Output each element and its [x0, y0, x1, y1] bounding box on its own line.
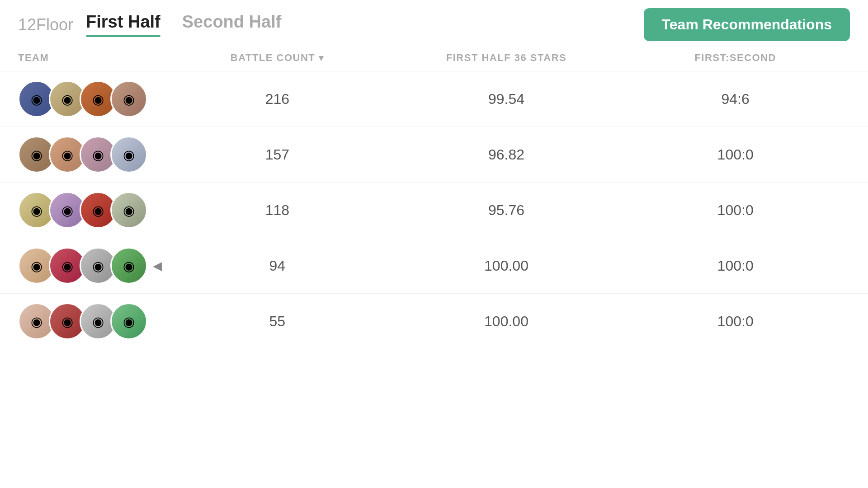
team-avatars: ◉◉◉◉	[18, 136, 163, 173]
table-row[interactable]: ◉◉◉◉11895.76100:0	[0, 183, 868, 238]
battle-count-value: 216	[163, 91, 392, 108]
tab-group: First Half Second Half	[86, 12, 281, 37]
header-left: 12Floor First Half Second Half	[18, 12, 281, 37]
first-second-ratio-value: 100:0	[621, 202, 850, 219]
team-avatars: ◉◉◉◉	[18, 80, 163, 117]
team-recommendations-button[interactable]: Team Recommendations	[644, 8, 850, 41]
battle-count-value: 157	[163, 146, 392, 163]
first-half-stars-value: 95.76	[392, 202, 621, 219]
first-second-ratio-value: 94:6	[621, 91, 850, 108]
first-second-ratio-value: 100:0	[621, 146, 850, 163]
floor-label: 12Floor	[18, 15, 73, 34]
play-indicator: ◀	[153, 259, 162, 273]
avatar: ◉	[110, 80, 147, 117]
col-first-half-stars: FIRST HALF 36 STARS	[392, 52, 621, 64]
col-first-second: FIRST:SECOND	[621, 52, 850, 64]
first-half-stars-value: 100.00	[392, 258, 621, 274]
avatar: ◉	[110, 136, 147, 173]
first-half-stars-value: 100.00	[392, 313, 621, 330]
first-half-stars-value: 99.54	[392, 91, 621, 108]
table-row[interactable]: ◉◉◉◉15796.82100:0	[0, 127, 868, 183]
avatar: ◉	[110, 247, 147, 284]
table-body: ◉◉◉◉21699.5494:6◉◉◉◉15796.82100:0◉◉◉◉118…	[0, 71, 868, 349]
first-second-ratio-value: 100:0	[621, 258, 850, 274]
table-row[interactable]: ◉◉◉◉◀94100.00100:0	[0, 238, 868, 294]
battle-count-value: 94	[163, 258, 392, 274]
first-half-stars-value: 96.82	[392, 146, 621, 163]
tab-second-half[interactable]: Second Half	[182, 12, 282, 37]
sort-icon: ▾	[319, 52, 324, 63]
col-battle-count[interactable]: BATTLE COUNT ▾	[163, 52, 392, 64]
page-header: 12Floor First Half Second Half Team Reco…	[0, 0, 868, 41]
avatar: ◉	[110, 303, 147, 340]
table-row[interactable]: ◉◉◉◉21699.5494:6	[0, 71, 868, 127]
team-avatars: ◉◉◉◉	[18, 303, 163, 340]
first-second-ratio-value: 100:0	[621, 313, 850, 330]
col-team: TEAM	[18, 52, 163, 64]
table-row[interactable]: ◉◉◉◉55100.00100:0	[0, 294, 868, 349]
table-header: TEAM BATTLE COUNT ▾ FIRST HALF 36 STARS …	[0, 41, 868, 71]
tab-first-half[interactable]: First Half	[86, 12, 160, 37]
battle-count-value: 55	[163, 313, 392, 330]
battle-count-value: 118	[163, 202, 392, 219]
avatar: ◉	[110, 192, 147, 229]
team-avatars: ◉◉◉◉◀	[18, 247, 163, 284]
team-avatars: ◉◉◉◉	[18, 192, 163, 229]
